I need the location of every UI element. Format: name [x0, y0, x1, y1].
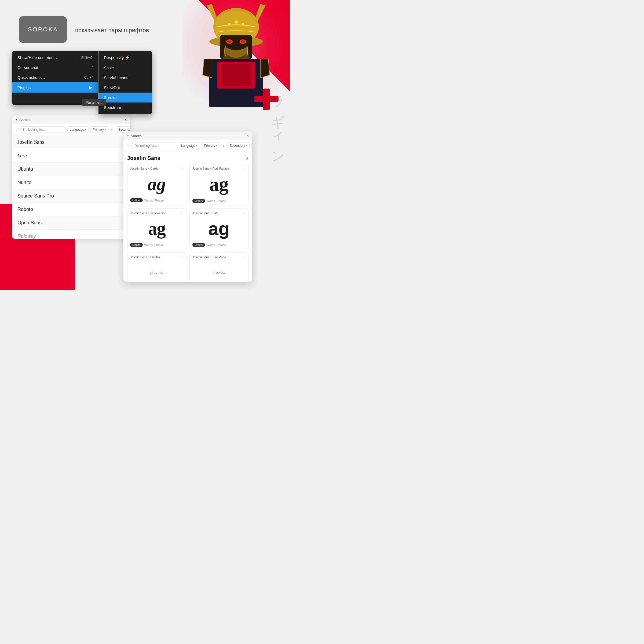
language-label-front: Language [181, 144, 195, 148]
tag-phrase-abril[interactable]: Phrase [217, 199, 226, 203]
menu-item-comments[interactable]: Show/Hide comments Shift+C [12, 53, 98, 63]
font-list-item[interactable]: Lora [12, 149, 130, 163]
pair-card-yeseva[interactable]: Josefin Sans + Yeseva One ☆ ag Letters W… [127, 208, 186, 249]
primary-arrow-back: ▾ [105, 128, 106, 131]
pair-star-lato[interactable]: ☆ [242, 211, 246, 215]
menu-item-scale[interactable]: Scale [98, 63, 152, 73]
secondary-arrow-front: ▾ [246, 144, 247, 147]
tag-words-yeseva[interactable]: Words [144, 243, 153, 247]
language-dropdown-front[interactable]: Language ▾ [179, 142, 200, 149]
menu-item-soroka-label: Soroka [104, 95, 117, 100]
font-group-header: Josefin Sans ∧ [127, 151, 248, 164]
menu-item-comments-label: Show/Hide comments [17, 55, 57, 60]
pair-tags-abril: Letters Words Phrase [190, 197, 248, 205]
menu-item-comments-shortcut: Shift+C [81, 56, 93, 60]
pair-card-header-abril: Josefin Sans + Abril Fatface ☆ [190, 164, 248, 173]
primary-label-front: Primary [204, 144, 215, 148]
menu-item-scarlab-label: Scarlab Icons [104, 75, 128, 80]
pair-tags-lato: Letters Words Phrase [190, 241, 248, 249]
font-list-item[interactable]: Raleway [12, 230, 130, 239]
font-group-title: Josefin Sans [127, 155, 160, 161]
tag-words-cardo[interactable]: Words [144, 199, 153, 202]
language-label-back: Language [70, 128, 84, 131]
font-list-item[interactable]: Roboto [12, 203, 130, 216]
menu-item-responsify[interactable]: Responsify ⚡ [98, 53, 152, 63]
svg-point-7 [227, 40, 232, 43]
primary-arrow-front: ▾ [216, 144, 217, 147]
menu-item-cursor-chat[interactable]: Cursor chat / [12, 63, 98, 72]
tag-letters-lato[interactable]: Letters [192, 243, 205, 247]
menu-item-quick-shortcut: Ctrl+/ [84, 75, 93, 79]
language-dropdown-back[interactable]: Language ▾ [67, 126, 89, 133]
font-list-item[interactable]: Source Sans Pro [12, 189, 130, 203]
primary-dropdown-front[interactable]: Primary ▾ [202, 142, 219, 149]
menu-item-responsify-label: Responsify ⚡ [104, 55, 130, 60]
font-list-item[interactable]: Josefin Sans [12, 135, 130, 149]
pair-preview-text-abril: ag [209, 175, 229, 194]
pair-card-abril[interactable]: Josefin Sans + Abril Fatface ☆ ag Letter… [189, 164, 248, 205]
pair-card-header-playfair: Josefin Sans + Playfair ☆ [127, 253, 186, 261]
tag-letters-yeseva[interactable]: Letters [130, 243, 143, 247]
menu-item-quick-actions[interactable]: Quick actions... Ctrl+/ [12, 72, 98, 82]
menu-item-skewdat-label: SkewDat [104, 85, 120, 90]
menu-item-soroka[interactable]: Soroka [98, 93, 152, 103]
plugin-icon-front: ✦ [127, 134, 129, 138]
menu-item-scale-label: Scale [104, 65, 114, 70]
star-button-front[interactable]: ☆ [127, 143, 130, 148]
star-button-back[interactable]: ☆ [15, 127, 19, 132]
plus-button-front[interactable]: + [221, 143, 226, 148]
tag-phrase-lato[interactable]: Phrase [217, 243, 226, 247]
pair-card-header-lato: Josefin Sans + Lato ☆ [190, 209, 248, 217]
tag-words-lato[interactable]: Words [207, 243, 215, 247]
font-list-item[interactable]: Nunito [12, 176, 130, 189]
menu-item-spectrum-label: Spectrum [104, 105, 121, 110]
pair-card-firamono[interactable]: Josefin Sans + Fira Mono ☆ preview [189, 253, 248, 280]
pair-preview-text-yeseva: ag [148, 219, 165, 238]
pair-star-firamono[interactable]: ☆ [242, 255, 246, 259]
menu-item-skewdat[interactable]: SkewDat [98, 83, 152, 93]
letters-dropdown-front[interactable]: Letters ▾ [251, 142, 252, 149]
plus-button-back[interactable]: + [110, 127, 114, 132]
primary-dropdown-back[interactable]: Primary ▾ [90, 126, 108, 133]
pair-preview-abril: ag [190, 173, 248, 197]
pair-card-playfair[interactable]: Josefin Sans + Playfair ☆ preview [127, 253, 186, 280]
window-title-back: Soroka [19, 118, 30, 122]
pair-tags-cardo: Letters Words Phrase [127, 197, 186, 204]
language-arrow-back: ▾ [85, 128, 86, 131]
menu-item-plugins[interactable]: Plugins ▶ [12, 82, 98, 93]
close-button-front[interactable]: × [247, 134, 249, 138]
pair-card-lato[interactable]: Josefin Sans + Lato ☆ ag Letters Words P… [189, 208, 248, 249]
menu-item-scarlab[interactable]: Scarlab Icons [98, 73, 152, 83]
pair-title-lato: Josefin Sans + Lato [192, 211, 218, 215]
paste-hint: Paste he... [82, 99, 106, 106]
chevron-up-icon[interactable]: ∧ [246, 156, 248, 160]
font-list: Josefin Sans Lora Ubuntu Nunito Source S… [12, 135, 130, 239]
search-input-front[interactable] [132, 142, 177, 149]
logo-box: SOROKA [19, 16, 67, 43]
tag-words-abril[interactable]: Words [207, 199, 215, 203]
svg-point-14 [228, 23, 231, 25]
pair-star-playfair[interactable]: ☆ [180, 255, 183, 259]
pairs-grid: Josefin Sans + Cardo ☆ ag Letters Words … [127, 164, 248, 280]
secondary-dropdown-front[interactable]: Secondary ▾ [227, 142, 250, 149]
pair-star-abril[interactable]: ☆ [242, 166, 246, 170]
tag-phrase-yeseva[interactable]: Phrase [154, 243, 164, 247]
pair-card-cardo[interactable]: Josefin Sans + Cardo ☆ ag Letters Words … [127, 164, 186, 205]
pair-star-yeseva[interactable]: ☆ [180, 211, 183, 215]
tag-letters-cardo[interactable]: Letters [130, 198, 143, 202]
pair-star-cardo[interactable]: ☆ [180, 166, 183, 170]
pair-card-header-cardo: Josefin Sans + Cardo ☆ [127, 164, 186, 173]
context-menu: Show/Hide comments Shift+C Cursor chat /… [12, 51, 152, 114]
tag-letters-abril[interactable]: Letters [192, 199, 205, 203]
search-input-back[interactable] [21, 126, 66, 133]
menu-item-spectrum[interactable]: Spectrum [98, 103, 152, 112]
tagline: показывает пары шрифтов [75, 27, 149, 34]
close-button-back[interactable]: × [125, 118, 127, 122]
svg-point-16 [241, 23, 244, 25]
menu-left: Show/Hide comments Shift+C Cursor chat /… [12, 51, 98, 105]
pair-title-yeseva: Josefin Sans + Yeseva One [130, 211, 166, 215]
font-list-item[interactable]: Ubuntu [12, 163, 130, 176]
tag-phrase-cardo[interactable]: Phrase [154, 199, 164, 202]
font-list-item[interactable]: Open Sans [12, 216, 130, 230]
pair-card-header-firamono: Josefin Sans + Fira Mono ☆ [190, 253, 248, 261]
